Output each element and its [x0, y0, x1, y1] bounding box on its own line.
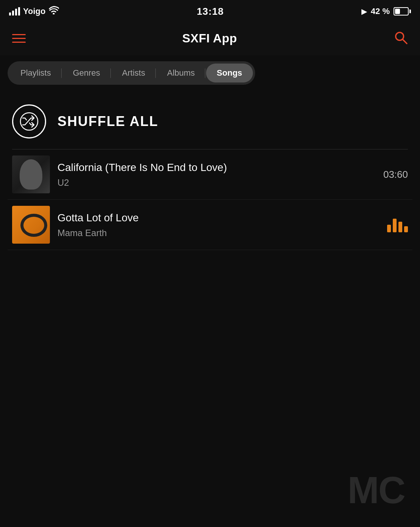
svg-point-2 — [20, 113, 38, 130]
status-time: 13:18 — [197, 6, 224, 17]
hamburger-menu-button[interactable] — [12, 34, 26, 43]
song-list: California (There Is No End to Love) U2 … — [0, 149, 420, 250]
svg-line-1 — [403, 39, 407, 44]
song-artist-1: U2 — [57, 177, 376, 188]
search-icon — [394, 30, 408, 45]
tab-pill-container: Playlists Genres Artists Albums Songs — [8, 61, 255, 85]
battery-body — [394, 7, 409, 16]
watermark: MC — [347, 468, 405, 512]
signal-bar-4 — [18, 7, 20, 16]
tab-genres[interactable]: Genres — [62, 64, 111, 82]
song-duration-1: 03:60 — [383, 169, 408, 180]
status-bar: Yoigo 13:18 ▶ 42 % — [0, 0, 420, 21]
song-info-1: California (There Is No End to Love) U2 — [57, 161, 376, 188]
battery-percent: 42 % — [371, 6, 390, 16]
song-title-1: California (There Is No End to Love) — [57, 161, 376, 174]
song-title-2: Gotta Lot of Love — [57, 211, 380, 225]
app-header: SXFI App — [0, 21, 420, 55]
song-artwork-2 — [12, 206, 50, 244]
battery-icon — [394, 7, 411, 16]
playing-indicator — [387, 217, 408, 232]
tab-albums[interactable]: Albums — [157, 64, 205, 82]
shuffle-section: SHUFFLE ALL — [0, 91, 420, 149]
shuffle-all-label: SHUFFLE ALL — [57, 113, 158, 129]
status-left: Yoigo — [9, 6, 59, 17]
tab-songs[interactable]: Songs — [206, 64, 253, 82]
battery-fill — [395, 9, 400, 14]
hamburger-line-2 — [12, 38, 26, 39]
signal-bar-2 — [12, 11, 14, 16]
signal-bar-1 — [9, 12, 11, 16]
carrier-label: Yoigo — [23, 6, 45, 16]
battery-tip — [409, 9, 411, 13]
hamburger-line-1 — [12, 34, 26, 35]
shuffle-all-button[interactable] — [12, 104, 46, 138]
tab-bar: Playlists Genres Artists Albums Songs — [0, 55, 420, 91]
song-artist-2: Mama Earth — [57, 228, 380, 238]
wifi-icon — [48, 6, 59, 17]
playing-bar-3 — [398, 222, 402, 232]
shuffle-icon — [20, 112, 39, 131]
location-icon: ▶ — [361, 7, 367, 16]
song-item-2[interactable]: Gotta Lot of Love Mama Earth — [8, 200, 412, 250]
playing-bar-4 — [404, 226, 408, 232]
tab-artists[interactable]: Artists — [112, 64, 156, 82]
signal-bar-3 — [15, 9, 17, 16]
playing-bar-2 — [393, 219, 397, 232]
search-button[interactable] — [394, 30, 408, 46]
tab-playlists[interactable]: Playlists — [10, 64, 62, 82]
playing-bar-1 — [387, 225, 391, 232]
hamburger-line-3 — [12, 42, 26, 43]
status-right: ▶ 42 % — [361, 6, 411, 16]
song-artwork-1 — [12, 155, 50, 193]
app-title: SXFI App — [182, 31, 237, 45]
signal-bars-icon — [9, 7, 20, 16]
song-item-1[interactable]: California (There Is No End to Love) U2 … — [8, 149, 412, 200]
song-info-2: Gotta Lot of Love Mama Earth — [57, 211, 380, 238]
